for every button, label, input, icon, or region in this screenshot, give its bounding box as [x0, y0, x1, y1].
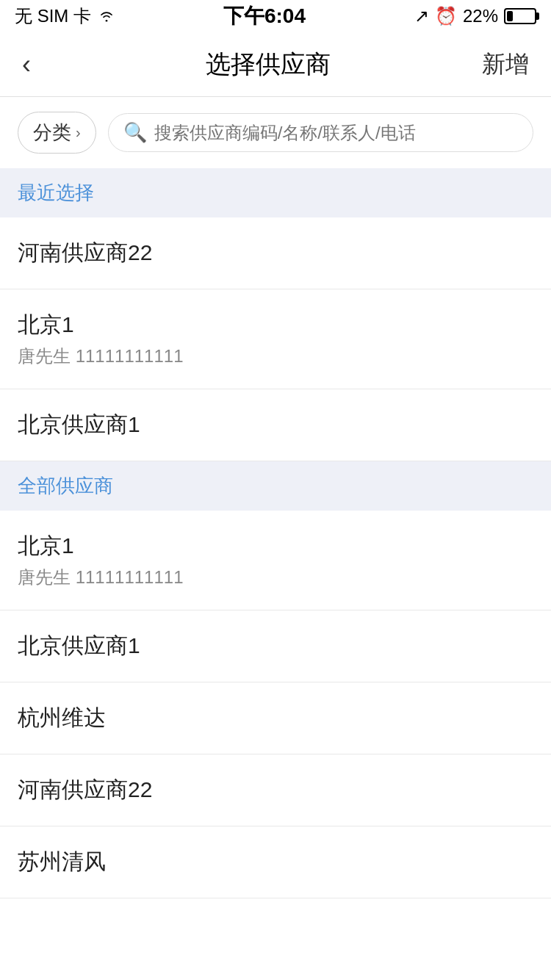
search-icon: 🔍 — [123, 121, 147, 144]
list-item[interactable]: 北京1唐先生 11111111111 — [0, 289, 551, 389]
list-item[interactable]: 河南供应商22 — [0, 217, 551, 289]
battery-icon — [504, 8, 536, 24]
list-item[interactable]: 北京1唐先生 11111111111 — [0, 511, 551, 610]
category-button[interactable]: 分类 › — [18, 112, 96, 154]
list-item[interactable]: 杭州维达 — [0, 682, 551, 754]
supplier-contact: 唐先生 11111111111 — [18, 345, 533, 368]
sections-container: 最近选择河南供应商22北京1唐先生 11111111111北京供应商1全部供应商… — [0, 168, 551, 898]
supplier-name: 杭州维达 — [18, 703, 533, 733]
wifi-icon — [98, 10, 115, 22]
supplier-name: 北京1 — [18, 310, 533, 340]
nav-bar: ‹ 选择供应商 新增 — [0, 32, 551, 97]
section-header-all: 全部供应商 — [0, 461, 551, 511]
list-item[interactable]: 河南供应商22 — [0, 754, 551, 826]
supplier-name: 北京1 — [18, 531, 533, 561]
back-icon: ‹ — [22, 49, 31, 79]
supplier-name: 北京供应商1 — [18, 410, 533, 440]
battery-percent: 22% — [463, 6, 498, 26]
status-right: ↗ ⏰ 22% — [414, 6, 536, 26]
supplier-contact: 唐先生 11111111111 — [18, 566, 533, 589]
page-title: 选择供应商 — [66, 48, 470, 82]
supplier-name: 河南供应商22 — [18, 775, 533, 805]
filter-bar: 分类 › 🔍 — [0, 97, 551, 168]
carrier-label: 无 SIM 卡 — [15, 4, 91, 28]
status-bar: 无 SIM 卡 下午6:04 ↗ ⏰ 22% — [0, 0, 551, 32]
search-input[interactable] — [154, 123, 518, 143]
alarm-icon: ⏰ — [435, 6, 457, 26]
location-icon: ↗ — [414, 6, 429, 26]
search-box: 🔍 — [108, 113, 533, 152]
battery-fill — [507, 11, 513, 21]
back-button[interactable]: ‹ — [22, 49, 66, 80]
new-button[interactable]: 新增 — [470, 48, 529, 81]
supplier-name: 苏州清风 — [18, 847, 533, 877]
list-item[interactable]: 北京供应商1 — [0, 610, 551, 682]
section-header-recent: 最近选择 — [0, 168, 551, 217]
category-label: 分类 — [33, 120, 71, 145]
status-left: 无 SIM 卡 — [15, 4, 115, 28]
supplier-name: 北京供应商1 — [18, 631, 533, 661]
chevron-right-icon: › — [76, 124, 81, 141]
list-item[interactable]: 北京供应商1 — [0, 389, 551, 461]
supplier-name: 河南供应商22 — [18, 238, 533, 268]
status-time: 下午6:04 — [223, 2, 306, 30]
list-item[interactable]: 苏州清风 — [0, 826, 551, 898]
